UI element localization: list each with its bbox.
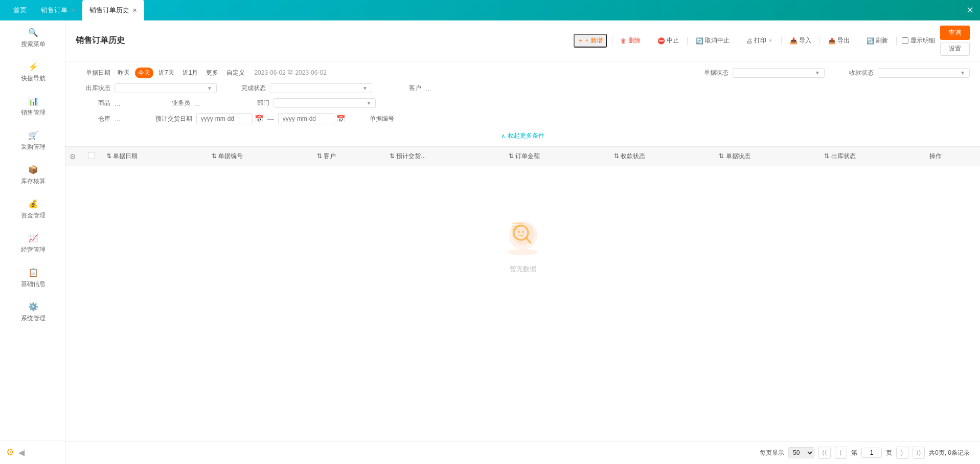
empty-state-illustration bbox=[497, 207, 549, 258]
th-order-status-icon[interactable]: ⇅ bbox=[719, 152, 724, 160]
warehouse-label: 仓库 bbox=[76, 115, 110, 123]
first-page-button[interactable]: ⟨⟨ bbox=[818, 447, 831, 459]
sidebar-item-inventory[interactable]: 📦 库存核算 bbox=[0, 158, 65, 192]
main-layout: 🔍 搜索菜单 ⚡ 快捷导航 📊 销售管理 🛒 采购管理 📦 库存核算 💰 资金管… bbox=[0, 20, 980, 464]
outbound-dropdown-icon: ▼ bbox=[207, 85, 212, 91]
prev-page-button[interactable]: ⟨ bbox=[835, 447, 847, 459]
delivery-date-label: 预计交货日期 bbox=[155, 115, 192, 123]
goods-ellipsis[interactable]: ... bbox=[115, 99, 121, 107]
order-number-label: 单据编号 bbox=[359, 115, 394, 123]
delivery-date-to-input[interactable] bbox=[278, 113, 334, 124]
date-chip-yesterday[interactable]: 昨天 bbox=[115, 68, 133, 78]
search-menu-icon: 🔍 bbox=[28, 27, 39, 38]
export-button[interactable]: 📤 导出 bbox=[825, 35, 853, 47]
delete-button[interactable]: 🗑 删除 bbox=[618, 35, 644, 47]
cancel-stop-button[interactable]: 🔄 取消中止 bbox=[693, 35, 733, 47]
th-customer-icon[interactable]: ⇅ bbox=[317, 152, 322, 160]
settings-button[interactable]: 设置 bbox=[940, 42, 970, 56]
date-chip-today[interactable]: 今天 bbox=[135, 68, 153, 78]
query-button[interactable]: 查询 bbox=[940, 26, 970, 40]
th-amount-icon[interactable]: ⇅ bbox=[509, 152, 514, 160]
refresh-icon: 🔃 bbox=[867, 37, 874, 45]
sidebar-item-system[interactable]: ⚙️ 系统管理 bbox=[0, 295, 65, 329]
new-icon: ＋ bbox=[578, 36, 584, 45]
th-delivery-icon[interactable]: ⇅ bbox=[390, 152, 395, 160]
empty-state-text: 暂无数据 bbox=[510, 264, 536, 274]
refresh-button[interactable]: 🔃 刷新 bbox=[863, 35, 891, 47]
status-select[interactable]: ▼ bbox=[733, 68, 825, 78]
outbound-status-select[interactable]: ▼ bbox=[115, 83, 217, 93]
table-settings-icon[interactable]: ⚙ bbox=[70, 152, 76, 161]
page-number-input[interactable] bbox=[861, 448, 882, 458]
stop-button[interactable]: ⛔ 中止 bbox=[654, 35, 682, 47]
th-receipt-status: ⇅ 收款状态 bbox=[610, 147, 715, 166]
sidebar-item-search-menu[interactable]: 🔍 搜索菜单 bbox=[0, 20, 65, 55]
th-receipt-icon[interactable]: ⇅ bbox=[614, 152, 619, 160]
capital-icon: 💰 bbox=[28, 198, 39, 209]
close-history-tab[interactable]: ✕ bbox=[132, 7, 137, 14]
sidebar: 🔍 搜索菜单 ⚡ 快捷导航 📊 销售管理 🛒 采购管理 📦 库存核算 💰 资金管… bbox=[0, 20, 65, 464]
sidebar-item-sales-mgmt[interactable]: 📊 销售管理 bbox=[0, 89, 65, 123]
delivery-date-to-calendar-icon[interactable]: 📅 bbox=[336, 115, 345, 123]
delivery-date-from-calendar-icon[interactable]: 📅 bbox=[255, 115, 263, 123]
collapse-up-icon: ∧ bbox=[501, 132, 506, 140]
window-close-button[interactable]: ✕ bbox=[966, 5, 974, 16]
last-page-button[interactable]: ⟩⟩ bbox=[913, 447, 925, 459]
date-chip-more[interactable]: 更多 bbox=[203, 68, 221, 78]
sidebar-bottom: ⚙ ◀ bbox=[0, 440, 65, 464]
print-dropdown-icon: ▼ bbox=[768, 38, 773, 43]
import-button[interactable]: 📥 导入 bbox=[787, 35, 814, 47]
export-icon: 📤 bbox=[828, 37, 836, 45]
separator-5 bbox=[781, 37, 782, 45]
filter-row-1: 单据日期 昨天 今天 近7天 近1月 更多 自定义 2023-06-02 至 2… bbox=[76, 68, 970, 78]
separator-8 bbox=[896, 37, 897, 45]
delivery-date-from-input[interactable] bbox=[196, 113, 253, 124]
empty-state-row: 暂无数据 bbox=[65, 166, 980, 315]
sidebar-item-purchase-mgmt[interactable]: 🛒 采购管理 bbox=[0, 123, 65, 158]
department-select[interactable]: ▼ bbox=[274, 98, 376, 108]
receipt-status-label: 收款状态 bbox=[839, 69, 874, 77]
import-icon: 📥 bbox=[790, 37, 797, 45]
customer-ellipsis[interactable]: ... bbox=[425, 84, 431, 93]
completion-status-label: 完成状态 bbox=[231, 84, 266, 93]
receipt-status-select[interactable]: ▼ bbox=[878, 68, 970, 78]
sidebar-item-operations[interactable]: 📈 经营管理 bbox=[0, 226, 65, 260]
empty-state: 暂无数据 bbox=[65, 166, 980, 315]
date-chip-1month[interactable]: 近1月 bbox=[179, 68, 201, 78]
separator-4 bbox=[738, 37, 738, 45]
page-size-label: 每页显示 bbox=[760, 449, 784, 457]
completion-status-select[interactable]: ▼ bbox=[270, 83, 372, 93]
print-button[interactable]: 🖨 打印 ▼ bbox=[743, 35, 776, 47]
salesperson-ellipsis[interactable]: ... bbox=[194, 99, 200, 107]
display-detail-input[interactable] bbox=[902, 37, 908, 44]
svg-rect-7 bbox=[512, 223, 523, 224]
tab-sales-order[interactable]: 销售订单 ✕ bbox=[34, 0, 82, 20]
sidebar-collapse-icon[interactable]: ◀ bbox=[18, 448, 25, 457]
table-area: ⚙ ⇅ 单据日期 ⇅ 单据编号 bbox=[65, 147, 980, 441]
display-detail-checkbox[interactable]: 显示明细 bbox=[902, 36, 935, 45]
sidebar-settings-icon[interactable]: ⚙ bbox=[6, 447, 14, 458]
separator-7 bbox=[858, 37, 858, 45]
close-sales-order-tab[interactable]: ✕ bbox=[71, 7, 75, 14]
th-number-icon[interactable]: ⇅ bbox=[212, 152, 217, 160]
warehouse-ellipsis[interactable]: ... bbox=[115, 115, 121, 123]
date-chip-7days[interactable]: 近7天 bbox=[155, 68, 177, 78]
th-outbound-icon[interactable]: ⇅ bbox=[824, 152, 829, 160]
collapse-button[interactable]: ∧ 收起更多条件 bbox=[76, 129, 970, 140]
date-range-display: 2023-06-02 至 2023-06-02 bbox=[254, 69, 326, 77]
tab-sales-order-history[interactable]: 销售订单历史 ✕ bbox=[82, 0, 144, 20]
sidebar-item-capital[interactable]: 💰 资金管理 bbox=[0, 192, 65, 226]
th-date-icon[interactable]: ⇅ bbox=[106, 152, 111, 160]
outbound-status-label: 出库状态 bbox=[76, 84, 110, 93]
sidebar-item-quick-nav[interactable]: ⚡ 快捷导航 bbox=[0, 55, 65, 89]
new-button[interactable]: ＋ + 新增 bbox=[574, 34, 607, 48]
status-dropdown-icon: ▼ bbox=[815, 70, 820, 76]
date-chip-custom[interactable]: 自定义 bbox=[223, 68, 248, 78]
goods-label: 商品 bbox=[76, 99, 110, 107]
page-size-select[interactable]: 50 10 20 100 bbox=[788, 447, 814, 458]
sales-icon: 📊 bbox=[28, 95, 39, 106]
tab-home[interactable]: 首页 bbox=[6, 0, 34, 20]
select-all-checkbox[interactable] bbox=[88, 152, 95, 159]
sidebar-item-basic-info[interactable]: 📋 基础信息 bbox=[0, 260, 65, 295]
next-page-button[interactable]: ⟩ bbox=[896, 447, 908, 459]
